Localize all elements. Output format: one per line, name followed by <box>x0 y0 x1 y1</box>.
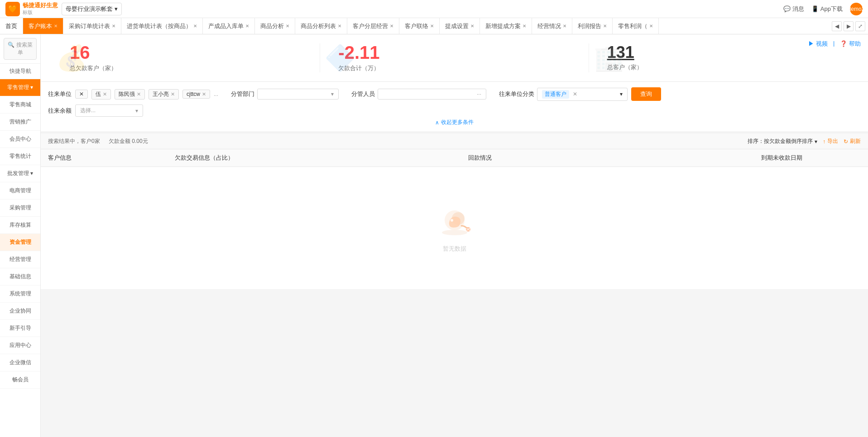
nav-maximize[interactable]: ⤢ <box>855 21 865 31</box>
filter-tag-wu-label: 伍 <box>96 90 101 98</box>
filter-classify-select[interactable]: 普通客户 ✕ ▾ <box>537 88 628 101</box>
close-new-commission-icon[interactable]: ✕ <box>523 24 526 28</box>
tab-finished-goods[interactable]: 产成品入库单 ✕ <box>203 18 255 34</box>
close-commission-settings-icon[interactable]: ✕ <box>470 24 474 28</box>
sidebar-item-purchase[interactable]: 采购管理 <box>0 200 40 217</box>
close-finished-goods-icon[interactable]: ✕ <box>245 24 249 28</box>
purchase-label: 采购管理 <box>10 204 31 211</box>
filter-tag-wang[interactable]: 王小亮 ✕ <box>149 89 179 100</box>
filter-tag-unit-x[interactable]: ✕ <box>75 90 88 99</box>
retail-profit-tab-label: 零售利润（ <box>618 22 647 30</box>
sidebar-item-operations-management[interactable]: 经营管理 <box>0 251 40 268</box>
filter-classify-close[interactable]: ✕ <box>573 91 577 97</box>
close-customer-ledger-icon[interactable]: ✕ <box>54 24 58 28</box>
sidebar-item-capital-management[interactable]: 资金管理 <box>0 234 40 251</box>
tab-home[interactable]: 首页 <box>0 18 23 34</box>
sidebar-item-ecommerce[interactable]: 电商管理 <box>0 182 40 200</box>
retail-stats-label: 零售统计 <box>10 153 31 159</box>
app-download-button[interactable]: 📱 App下载 <box>811 5 843 13</box>
logo-area: 🧡 畅捷通好生意 标版 <box>5 2 58 16</box>
sidebar-item-marketing[interactable]: 营销推广 <box>0 114 40 131</box>
chevron-down-icon: ▾ <box>30 84 33 90</box>
tab-purchase-by-product[interactable]: 进货单统计表（按商品） ✕ <box>121 18 203 34</box>
sidebar-item-app-center[interactable]: 应用中心 <box>0 337 40 354</box>
sidebar-item-basic-info[interactable]: 基础信息 <box>0 268 40 285</box>
tab-goods-analysis-list[interactable]: 商品分析列表 ✕ <box>295 18 347 34</box>
close-profit-report-icon[interactable]: ✕ <box>603 24 607 28</box>
tab-new-commission[interactable]: 新增提成方案 ✕ <box>480 18 532 34</box>
stat-block-total-customers: 🏢 131 总客户（家） <box>589 44 857 71</box>
search-menu-button[interactable]: 🔍 搜索菜单 <box>4 38 37 60</box>
messages-button[interactable]: 💬 消息 <box>783 5 804 13</box>
sidebar-item-retail-management[interactable]: 零售管理 ▾ <box>0 79 40 96</box>
filter-person-select[interactable]: ··· <box>378 89 486 100</box>
filter-balance-select[interactable]: 选择... ▾ <box>75 104 143 117</box>
sidebar-item-enterprise-collab[interactable]: 企业协同 <box>0 303 40 320</box>
collapse-label: 收起更多条件 <box>441 119 474 126</box>
new-guide-label: 新手引导 <box>10 325 31 331</box>
query-button[interactable]: 查询 <box>631 87 661 101</box>
nav-arrow-left[interactable]: ◀ <box>832 21 842 31</box>
sidebar-item-retail-mall[interactable]: 零售商城 <box>0 96 40 114</box>
quick-nav-label: 快捷导航 <box>10 68 31 74</box>
suite-selector[interactable]: 母婴行业演示帐套 ▾ <box>62 3 122 15</box>
filter-row-1: 往来单位 ✕ 伍 ✕ 陈民强 ✕ 王小亮 ✕ cjttcw <box>48 87 861 101</box>
close-customer-contact-icon[interactable]: ✕ <box>430 24 434 28</box>
filter-classify-label: 往来单位分类 <box>499 90 534 98</box>
tab-profit-report[interactable]: 利润报告 ✕ <box>572 18 613 34</box>
filter-dept-group: 分管部门 ▾ <box>231 89 339 100</box>
top-bar: 🧡 畅捷通好生意 标版 母婴行业演示帐套 ▾ 💬 消息 📱 App下载 demo… <box>0 0 868 18</box>
sidebar-item-wholesale[interactable]: 批发管理 ▾ <box>0 165 40 182</box>
sidebar-item-inventory[interactable]: 库存核算 <box>0 217 40 234</box>
sidebar-item-new-guide[interactable]: 新手引导 <box>0 320 40 337</box>
member-center-label: 会员中心 <box>10 136 31 142</box>
close-operations-icon[interactable]: ✕ <box>563 24 566 28</box>
tab-purchase-stats[interactable]: 采购订单统计表 ✕ <box>63 18 121 34</box>
filter-tag-cjttcw-label: cjttcw <box>187 91 200 97</box>
sort-select[interactable]: 排序：按欠款金额倒序排序 ▾ <box>748 138 817 145</box>
sidebar-item-chang-member[interactable]: 畅会员 <box>0 371 40 389</box>
filter-tag-wu[interactable]: 伍 ✕ <box>91 89 111 100</box>
wholesale-label: 批发管理 <box>7 170 29 176</box>
sidebar-item-retail-stats[interactable]: 零售统计 <box>0 148 40 165</box>
sidebar-item-system-management[interactable]: 系统管理 <box>0 285 40 303</box>
close-goods-analysis-list-icon[interactable]: ✕ <box>338 24 341 28</box>
sidebar-item-member-center[interactable]: 会员中心 <box>0 131 40 148</box>
filter-tag-cjttcw-close[interactable]: ✕ <box>202 91 206 97</box>
sidebar-item-enterprise-wechat[interactable]: 企业微信 <box>0 354 40 371</box>
filter-tag-chen[interactable]: 陈民强 ✕ <box>115 89 145 100</box>
table-header: 客户信息 欠款交易信息（占比） 回款情况 到期未收款日期 <box>41 149 868 167</box>
filter-tag-cjttcw[interactable]: cjttcw ✕ <box>182 90 210 99</box>
close-goods-analysis-icon[interactable]: ✕ <box>286 24 289 28</box>
close-retail-profit-icon[interactable]: ✕ <box>649 24 653 28</box>
close-purchase-by-product-icon[interactable]: ✕ <box>193 24 197 28</box>
tab-customer-contact[interactable]: 客户联络 ✕ <box>399 18 440 34</box>
export-button[interactable]: ↑ 导出 <box>823 138 838 145</box>
filter-tag-wang-close[interactable]: ✕ <box>171 91 175 97</box>
filter-tag-chen-close[interactable]: ✕ <box>137 91 141 97</box>
tab-operations[interactable]: 经营情况 ✕ <box>532 18 572 34</box>
tab-customer-layer[interactable]: 客户分层经营 ✕ <box>347 18 399 34</box>
logo-text-block: 畅捷通好生意 标版 <box>23 2 58 16</box>
nav-arrow-right[interactable]: ▶ <box>844 21 854 31</box>
filter-more-button[interactable]: ... <box>214 91 218 97</box>
sidebar-item-quick-nav[interactable]: 快捷导航 <box>0 64 40 79</box>
filter-tag-wu-close[interactable]: ✕ <box>103 91 107 97</box>
empty-state-icon <box>436 203 473 239</box>
refresh-button[interactable]: ↻ 刷新 <box>844 138 861 145</box>
tab-retail-profit[interactable]: 零售利润（ ✕ <box>613 18 659 34</box>
table-header-repayment: 回款情况 <box>468 154 762 162</box>
filter-dept-select[interactable]: ▾ <box>257 89 339 100</box>
tab-commission-settings[interactable]: 提成设置 ✕ <box>440 18 480 34</box>
search-menu-label: 搜索菜单 <box>16 42 33 56</box>
top-bar-right: 💬 消息 📱 App下载 demo2 <box>783 3 863 15</box>
close-customer-layer-icon[interactable]: ✕ <box>390 24 393 28</box>
tab-goods-analysis[interactable]: 商品分析 ✕ <box>255 18 295 34</box>
tab-customer-ledger[interactable]: 客户账本 ✕ <box>23 18 63 34</box>
collapse-button[interactable]: ∧ 收起更多条件 <box>48 119 861 126</box>
user-avatar[interactable]: demo2 <box>850 3 863 15</box>
balance-dropdown-icon: ▾ <box>135 108 138 114</box>
finished-goods-tab-label: 产成品入库单 <box>208 22 244 30</box>
export-icon: ↑ <box>823 138 825 145</box>
close-purchase-stats-icon[interactable]: ✕ <box>112 24 115 28</box>
